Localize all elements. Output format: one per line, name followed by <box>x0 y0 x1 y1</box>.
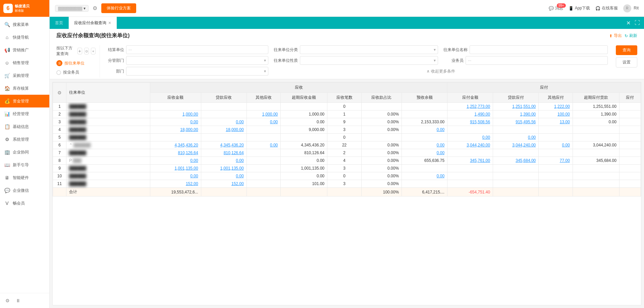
sidebar-item-label: 资金管理 <box>13 98 29 104</box>
row-num: 9 <box>53 165 66 172</box>
sidebar-item-quick-nav[interactable]: ⌂ 快捷导航 <box>0 31 49 44</box>
sidebar-item-label: 经营管理 <box>13 111 29 117</box>
total-label: 合计 <box>66 188 150 196</box>
industry-btn[interactable]: 体验行业方案 <box>101 3 136 13</box>
total-empty <box>53 188 66 196</box>
sidebar-item-enterprise[interactable]: 🏢 企业协同 <box>0 146 49 159</box>
tab-close-icon[interactable]: × <box>108 20 111 26</box>
sidebar-collapse-btn[interactable]: ⏸ <box>14 297 22 305</box>
row-name: ██████ <box>66 134 150 141</box>
row-ap-amount: 3,044,240.00 <box>447 141 493 149</box>
tab-expand-icon[interactable]: ⛶ <box>635 20 640 26</box>
row-ar-prepay: 0.00 <box>402 172 447 180</box>
row-name: ██████ <box>66 118 150 126</box>
sidebar-item-member[interactable]: V 畅会员 <box>0 197 49 210</box>
dept-label: 分管部门 <box>104 58 124 63</box>
row-ar-loan: 18,000.00 <box>201 126 247 134</box>
total-ap-amount: -654,751.40 <box>447 188 493 196</box>
row-name: ██████ <box>66 126 150 134</box>
table-settings-icon[interactable]: ⚙ <box>57 90 62 95</box>
row-ap-more <box>619 165 641 172</box>
dept-input[interactable]: ▾ <box>126 56 268 65</box>
row-ar-amount: 0.00 <box>150 172 201 180</box>
row-ar-loan: 4,345,436.20 <box>201 141 247 149</box>
topbar: ▓▓▓▓▓▓▓▓▓ ▾ ⚙ 体验行业方案 💬 消息 99+ 📱 App下载 🎧 … <box>50 0 644 17</box>
row-ar-count: 2 <box>327 149 362 157</box>
sidebar-item-label: 畅会员 <box>13 201 25 206</box>
online-service-btn[interactable]: 🎧 在线客服 <box>595 5 618 11</box>
row-ar-count: 1 <box>327 111 362 118</box>
sidebar-item-system[interactable]: ⚙ 系统管理 <box>0 133 49 146</box>
row-ar-prepay <box>402 134 447 141</box>
sidebar-item-marketing[interactable]: 📢 营销推广 <box>0 44 49 56</box>
salesperson-input[interactable]: ··· <box>466 56 608 65</box>
row-ap-more <box>619 157 641 165</box>
row-ar-ratio: 0.00% <box>361 172 401 180</box>
system-icon: ⚙ <box>4 136 10 142</box>
row-ar-other <box>247 149 281 157</box>
export-btn[interactable]: ⬆ 导出 <box>609 33 622 39</box>
tab-ar-ap[interactable]: 应收应付余额查询 × <box>69 17 117 29</box>
message-badge: 99+ <box>557 3 566 8</box>
sidebar-item-operations[interactable]: 📊 经营管理 <box>0 107 49 120</box>
sidebar-item-guide[interactable]: 📖 新手引导 <box>0 159 49 171</box>
sidebar-item-smart-hw[interactable]: 🖥 智能硬件 <box>0 171 49 184</box>
sidebar-item-wechat[interactable]: 💬 企业微信 <box>0 184 49 197</box>
sidebar-item-label: 智能硬件 <box>13 175 29 181</box>
row-ar-amount: 0.00 <box>150 157 201 165</box>
row-ar-other <box>247 126 281 134</box>
query-btn[interactable]: 查询 <box>616 45 637 55</box>
user-profile[interactable]: R Rit <box>623 4 639 12</box>
scheme-option-salesperson[interactable]: 按业务员 <box>56 70 96 75</box>
service-icon: 🎧 <box>595 6 600 11</box>
scheme-counterparty-label: 按往来单位 <box>64 60 85 66</box>
sidebar-item-capital[interactable]: 💰 资金管理 <box>0 95 49 107</box>
sidebar-item-label: 新手引导 <box>13 162 29 168</box>
app-icon: 📱 <box>569 6 574 11</box>
back-scheme-btn[interactable]: « <box>91 48 96 54</box>
breadcrumb-select[interactable]: ▓▓▓▓▓▓▓▓▓ ▾ <box>55 5 89 12</box>
scheme-option-counterparty[interactable]: 业 按往来单位 <box>56 60 96 66</box>
sidebar-item-base-info[interactable]: 📋 基础信息 <box>0 120 49 133</box>
sidebar-gear-btn[interactable]: ⚙ <box>3 297 11 305</box>
row-ar-ratio: 0.00% <box>361 141 401 149</box>
counterparty-nature-input[interactable]: ▾ <box>300 56 438 65</box>
edit-scheme-btn[interactable]: ⊙ <box>84 48 89 54</box>
dropdown-arrow-icon: ▾ <box>84 6 86 11</box>
settlement-unit-input[interactable]: ··· <box>126 45 268 54</box>
row-ar-count: 0 <box>327 103 362 111</box>
row-ar-ratio: 0.00% <box>361 157 401 165</box>
topbar-gear-btn[interactable]: ⚙ <box>93 5 97 11</box>
add-scheme-btn[interactable]: + <box>77 48 82 54</box>
department-input[interactable]: ▾ <box>126 67 268 76</box>
row-ap-other: 0.00 <box>539 141 573 149</box>
table-row: 4 ██████ 18,000.00 18,000.00 9,000.00 3 … <box>53 126 641 134</box>
base-info-icon: 📋 <box>4 124 10 130</box>
row-ar-prepay <box>402 180 447 188</box>
tab-close-window-icon[interactable]: ✕ <box>626 20 631 26</box>
sidebar-item-sales[interactable]: ☺ 销售管理 <box>0 56 49 69</box>
table-row: 11 ██████ 152.00 152.00 101.00 3 0.00% <box>53 180 641 188</box>
row-ar-overdue: 0.00 <box>281 172 327 180</box>
row-num: 7 <box>53 149 66 157</box>
row-ar-overdue <box>281 103 327 111</box>
counterparty-category-label: 往来单位分类 <box>274 47 298 53</box>
collapse-filter-btn[interactable]: ∧ 收起更多条件 <box>425 67 457 76</box>
tab-home-label: 首页 <box>55 20 63 26</box>
tab-home[interactable]: 首页 <box>50 17 69 29</box>
row-ap-loan <box>493 149 539 157</box>
counterparty-category-input[interactable]: ▾ <box>300 45 438 54</box>
search-filter-panel: 按以下方案查询 + ⊙ « 业 按往来单位 按业务员 <box>50 42 644 79</box>
counterparty-name-input[interactable] <box>470 45 608 54</box>
sidebar-item-purchase[interactable]: 🛒 采购管理 <box>0 69 49 82</box>
sidebar-item-inventory[interactable]: 🏠 库存核算 <box>0 82 49 95</box>
row-ar-loan <box>201 134 247 141</box>
counterparty-name-label: 往来单位名称 <box>443 47 468 53</box>
settings-btn[interactable]: 设置 <box>616 57 637 68</box>
refresh-btn[interactable]: ↻ 刷新 <box>625 33 637 39</box>
main-area: ▓▓▓▓▓▓▓▓▓ ▾ ⚙ 体验行业方案 💬 消息 99+ 📱 App下载 🎧 … <box>50 0 644 308</box>
row-ap-other: 1,222.00 <box>539 103 573 111</box>
app-download-btn[interactable]: 📱 App下载 <box>569 5 590 11</box>
sidebar-item-search-menu[interactable]: 🔍 搜索菜单 <box>0 18 49 31</box>
message-btn[interactable]: 💬 消息 99+ <box>549 5 563 11</box>
